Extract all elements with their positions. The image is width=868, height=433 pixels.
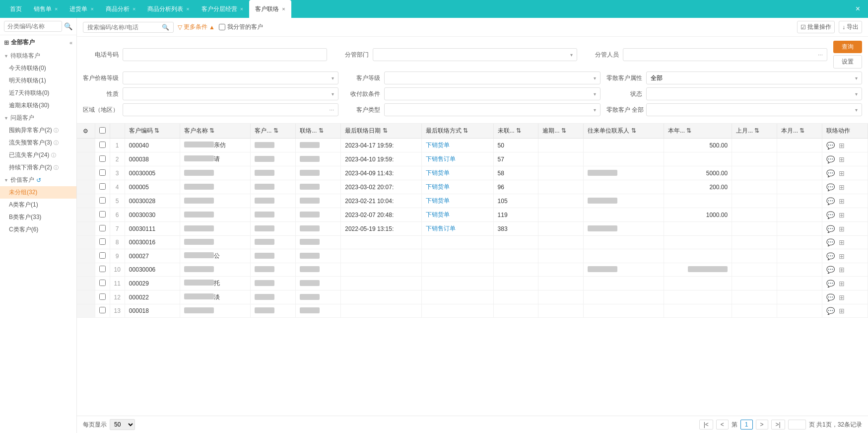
customer-segment-tab-close[interactable]: × (240, 6, 243, 12)
row-checkbox[interactable] (99, 197, 106, 204)
sidebar-item-today-pending[interactable]: 今天待联络(0) (0, 62, 76, 74)
chat-icon[interactable]: 💬 (826, 266, 835, 274)
my-customers-check-input[interactable] (219, 24, 225, 30)
col-category[interactable]: 客户... ⇅ (251, 124, 296, 139)
row-checkbox[interactable] (99, 252, 106, 259)
col-contact[interactable]: 联络... ⇅ (296, 124, 341, 139)
product-analysis-list-tab-close[interactable]: × (186, 6, 189, 12)
col-code[interactable]: 客户编码 ⇅ (125, 124, 180, 139)
nature-control[interactable]: ▾ (123, 87, 338, 100)
per-page-select[interactable]: 50 20 100 (110, 419, 135, 430)
more-conditions-btn[interactable]: ▽ 更多条件 ▲ (178, 23, 215, 31)
contact-method-link[interactable]: 下销货单 (426, 211, 450, 218)
phone-control[interactable] (123, 48, 327, 61)
purchase-tab-close[interactable]: × (90, 6, 93, 12)
staff-control[interactable]: ··· (623, 48, 827, 61)
row-checkbox-cell[interactable] (95, 222, 110, 236)
row-checkbox-cell[interactable] (95, 236, 110, 249)
staff-more-icon[interactable]: ··· (818, 51, 823, 58)
col-no-contact[interactable]: 未联... ⇅ (493, 124, 538, 139)
row-checkbox[interactable] (99, 183, 106, 190)
query-button[interactable]: 查询 (833, 41, 862, 53)
row-checkbox-cell[interactable] (95, 180, 110, 194)
row-checkbox-cell[interactable] (95, 166, 110, 180)
more-action-icon[interactable]: ⊞ (839, 293, 845, 301)
phone-input[interactable] (127, 51, 323, 58)
sidebar-item-churned[interactable]: 已流失客户(24) ⓘ (0, 149, 76, 161)
contact-method-link[interactable]: 下销售订单 (426, 155, 456, 162)
select-all-checkbox[interactable] (99, 127, 106, 134)
row-checkbox[interactable] (99, 266, 106, 272)
pending-contact-group[interactable]: 待联络客户 (0, 50, 76, 62)
chat-icon[interactable]: 💬 (826, 293, 835, 301)
tab-purchase[interactable]: 进货单 × (64, 0, 99, 18)
col-last-contact-method[interactable]: 最后联络方式 ⇅ (421, 124, 493, 139)
chat-icon[interactable]: 💬 (826, 183, 835, 191)
col-name[interactable]: 客户名称 ⇅ (180, 124, 251, 139)
export-btn[interactable]: ↓ 导出 (839, 21, 862, 33)
row-checkbox-cell[interactable] (95, 263, 110, 277)
more-action-icon[interactable]: ⊞ (839, 266, 845, 274)
reload-icon[interactable]: ↺ (36, 177, 41, 184)
more-action-icon[interactable]: ⊞ (839, 238, 845, 246)
filter-search-icon[interactable]: 🔍 (162, 24, 169, 31)
row-checkbox[interactable] (99, 280, 106, 286)
region-more-icon[interactable]: ··· (329, 106, 334, 113)
filter-search-input[interactable] (87, 24, 162, 31)
col-this-month[interactable]: 本月... ⇅ (777, 124, 822, 139)
more-action-icon[interactable]: ⊞ (839, 307, 845, 315)
tab-customer-contact[interactable]: 客户联络 × (249, 0, 291, 18)
tab-product-analysis-list[interactable]: 商品分析列表 × (141, 0, 195, 18)
region-control[interactable]: ··· (123, 103, 338, 116)
dept-control[interactable]: ▾ (373, 48, 577, 61)
chat-icon[interactable]: 💬 (826, 238, 835, 246)
row-checkbox-cell[interactable] (95, 304, 110, 318)
chat-icon[interactable]: 💬 (826, 197, 835, 205)
sidebar-item-declining[interactable]: 持续下滑客户(2) ⓘ (0, 161, 76, 174)
retail-attr-control[interactable]: 全部 ▾ (646, 72, 862, 84)
goto-page-input[interactable] (788, 420, 806, 430)
sidebar-search-button[interactable]: 🔍 (64, 22, 72, 30)
sidebar-item-tomorrow-pending[interactable]: 明天待联络(1) (0, 74, 76, 87)
sidebar-item-abnormal-hoard[interactable]: 囤购异常客户(2) ⓘ (0, 124, 76, 137)
prev-page-btn[interactable]: < (716, 420, 729, 430)
sidebar-item-ungrouped[interactable]: 未分组(32) (0, 186, 76, 199)
sidebar-item-class-c[interactable]: C类客户(6) (0, 223, 76, 236)
col-select-all[interactable] (95, 124, 110, 139)
reset-button[interactable]: 设置 (833, 55, 862, 69)
chat-icon[interactable]: 💬 (826, 252, 835, 260)
row-checkbox[interactable] (99, 155, 106, 162)
tab-product-analysis[interactable]: 商品分析 × (100, 0, 141, 18)
chat-icon[interactable]: 💬 (826, 169, 835, 177)
more-action-icon[interactable]: ⊞ (839, 197, 845, 205)
more-action-icon[interactable]: ⊞ (839, 280, 845, 288)
sidebar-collapse-icon[interactable]: « (69, 40, 72, 46)
more-action-icon[interactable]: ⊞ (839, 225, 845, 233)
row-checkbox-cell[interactable] (95, 290, 110, 304)
row-checkbox-cell[interactable] (95, 249, 110, 263)
more-action-icon[interactable]: ⊞ (839, 183, 845, 191)
status-control[interactable]: ▾ (646, 87, 862, 100)
chat-icon[interactable]: 💬 (826, 142, 835, 149)
contact-method-link[interactable]: 下销货单 (426, 142, 450, 148)
row-checkbox-cell[interactable] (95, 139, 110, 152)
customer-type-control[interactable]: ▾ (384, 103, 600, 116)
row-checkbox[interactable] (99, 225, 106, 231)
chat-icon[interactable]: 💬 (826, 307, 835, 315)
more-action-icon[interactable]: ⊞ (839, 155, 845, 163)
tab-customer-segment[interactable]: 客户分层经营 × (196, 0, 249, 18)
chat-icon[interactable]: 💬 (826, 225, 835, 233)
row-checkbox[interactable] (99, 142, 106, 148)
contact-method-link[interactable]: 下销货单 (426, 183, 450, 190)
row-checkbox[interactable] (99, 307, 106, 313)
sales-tab-close[interactable]: × (55, 6, 58, 12)
row-checkbox-cell[interactable] (95, 208, 110, 222)
first-page-btn[interactable]: |< (699, 420, 713, 430)
row-checkbox[interactable] (99, 211, 106, 217)
sidebar-item-class-b[interactable]: B类客户(33) (0, 211, 76, 223)
price-level-control[interactable]: ▾ (123, 72, 338, 84)
more-action-icon[interactable]: ⊞ (839, 169, 845, 177)
chat-icon[interactable]: 💬 (826, 211, 835, 219)
customer-level-control[interactable]: ▾ (384, 72, 600, 84)
batch-operation-btn[interactable]: ☑ 批量操作 (797, 21, 835, 33)
